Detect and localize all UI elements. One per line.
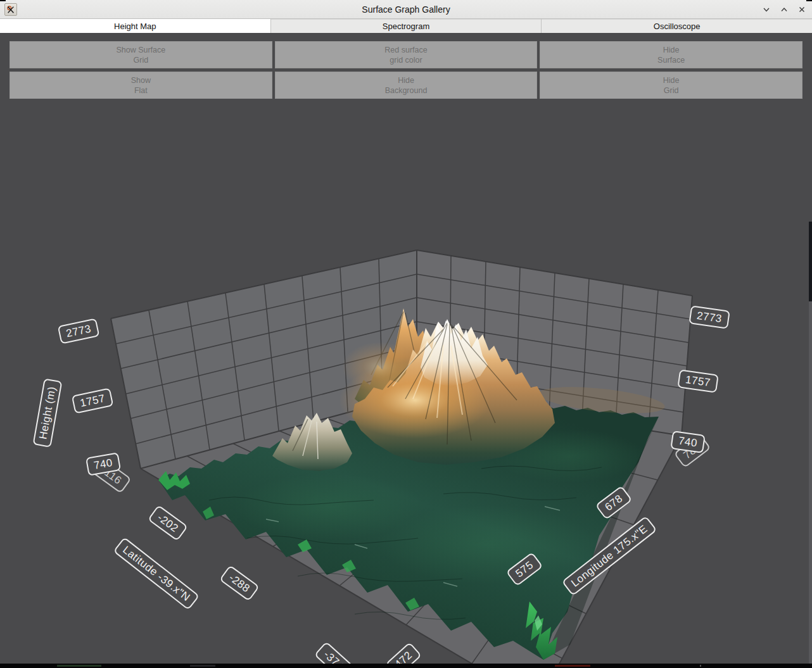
button-label: Surface xyxy=(657,55,685,65)
hide-surface-button[interactable]: Hide Surface xyxy=(540,41,802,68)
button-label: Red surface xyxy=(384,45,427,55)
window-title: Surface Graph Gallery xyxy=(0,4,812,15)
button-label: Grid xyxy=(134,55,149,65)
button-label: Background xyxy=(385,85,428,96)
tab-label: Spectrogram xyxy=(383,22,429,31)
show-flat-button[interactable]: Show Flat xyxy=(10,72,272,99)
tab-oscilloscope[interactable]: Oscilloscope xyxy=(542,19,812,33)
chevron-up-icon xyxy=(780,5,789,14)
taskbar-edge xyxy=(0,664,812,668)
button-label: Flat xyxy=(134,85,148,96)
button-label: Grid xyxy=(664,85,679,96)
tab-spectrogram[interactable]: Spectrogram xyxy=(271,19,542,33)
button-label: Show xyxy=(131,75,151,85)
corner-notch xyxy=(806,0,812,1)
tab-height-map[interactable]: Height Map xyxy=(0,19,271,33)
red-surface-grid-color-button[interactable]: Red surface grid color xyxy=(275,41,538,68)
corner-notch xyxy=(0,0,6,1)
hide-background-button[interactable]: Hide Background xyxy=(275,72,538,99)
button-label: Hide xyxy=(398,75,414,85)
chevron-down-icon xyxy=(762,5,771,14)
button-label: Show Surface xyxy=(116,45,165,55)
toolbar: Show Surface Grid Red surface grid color… xyxy=(10,41,802,99)
close-icon xyxy=(797,5,806,14)
app-icon[interactable] xyxy=(4,3,17,16)
background-window-edge xyxy=(809,222,812,664)
x11-x-icon xyxy=(6,5,15,14)
close-button[interactable] xyxy=(797,4,807,15)
tab-label: Height Map xyxy=(114,22,156,31)
button-label: grid color xyxy=(390,55,422,65)
show-surface-grid-button[interactable]: Show Surface Grid xyxy=(10,41,272,68)
minimize-button[interactable] xyxy=(761,4,771,15)
titlebar: Surface Graph Gallery xyxy=(0,0,812,19)
button-label: Hide xyxy=(663,75,680,85)
hide-grid-button[interactable]: Hide Grid xyxy=(540,72,802,99)
tab-bar: Height Map Spectrogram Oscilloscope xyxy=(0,19,812,33)
maximize-button[interactable] xyxy=(779,4,789,15)
application-window: Surface Graph Gallery Height Map xyxy=(0,0,812,668)
button-label: Hide xyxy=(663,45,680,55)
tab-label: Oscilloscope xyxy=(654,22,701,31)
